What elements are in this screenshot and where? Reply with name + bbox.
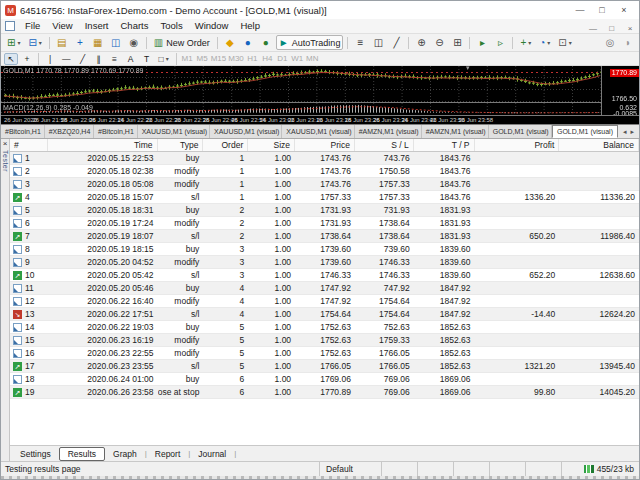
metaeditor-icon[interactable]: ◆ xyxy=(222,35,238,50)
dropdown-arrow-icon[interactable]: ▾ xyxy=(39,39,42,46)
table-row[interactable]: 92020.05.20 04:52modify31.001739.601746.… xyxy=(10,256,639,269)
table-row[interactable]: 12020.05.15 22:53buy11.001743.76743.7618… xyxy=(10,152,639,165)
scroll-right-icon[interactable]: ▸ xyxy=(628,128,636,136)
community-icon[interactable]: ● xyxy=(240,35,256,50)
table-row[interactable]: 162020.06.23 22:55modify51.001752.631766… xyxy=(10,347,639,360)
chart-tab[interactable]: XAUUSD,M1 (visual) xyxy=(138,125,210,138)
table-row[interactable]: 32020.05.18 05:08modify11.001743.761757.… xyxy=(10,178,639,191)
fibonacci-icon[interactable]: ≡ xyxy=(108,53,122,65)
text-label-icon[interactable]: T xyxy=(140,53,154,65)
vertical-line-icon[interactable]: | xyxy=(43,53,57,65)
cursor-icon[interactable]: ↖ xyxy=(4,53,18,65)
child-close-button[interactable]: × xyxy=(623,24,637,33)
table-row[interactable]: 142020.06.22 19:03buy51.001752.63752.631… xyxy=(10,321,639,334)
table-row[interactable]: ↗72020.05.19 18:07s/l21.001738.641738.64… xyxy=(10,230,639,243)
menu-charts[interactable]: Charts xyxy=(115,19,155,33)
text-icon[interactable]: A xyxy=(124,53,138,65)
cell-size: 1.00 xyxy=(248,373,295,385)
candlestick-icon[interactable]: ◫ xyxy=(370,35,386,50)
title-bar[interactable]: M 64516756: InstaForex-1Demo.com - Demo … xyxy=(1,1,639,19)
dropdown-arrow-icon[interactable]: ▾ xyxy=(528,39,531,46)
menu-file[interactable]: File xyxy=(19,19,46,33)
trendline-icon[interactable]: ╱ xyxy=(76,53,90,65)
table-row[interactable]: 52020.05.18 18:31buy21.001731.93731.9318… xyxy=(10,204,639,217)
dropdown-arrow-icon[interactable]: ▾ xyxy=(569,39,572,46)
table-row[interactable]: 122020.06.22 16:40modify41.001747.921754… xyxy=(10,295,639,308)
table-row[interactable]: ↗172020.06.23 23:55s/l51.001766.051766.0… xyxy=(10,360,639,373)
equidistant-channel-icon[interactable]: ∥ xyxy=(92,53,106,65)
tab-graph[interactable]: Graph xyxy=(105,448,145,460)
periods-icon[interactable]: ◔▾ xyxy=(536,35,553,50)
menu-insert[interactable]: Insert xyxy=(79,19,115,33)
dropdown-arrow-icon[interactable]: ▾ xyxy=(547,39,550,46)
dropdown-arrow-icon[interactable]: ▾ xyxy=(17,39,20,46)
navigator-icon[interactable]: ▦ xyxy=(90,35,106,50)
chart-tab[interactable]: #AMZN,M1 (visual) xyxy=(422,125,489,138)
table-row[interactable]: 22020.05.18 02:38modify11.001743.761750.… xyxy=(10,165,639,178)
tile-windows-icon[interactable]: ⊞ xyxy=(449,35,465,50)
bar-chart-icon[interactable]: ≡ xyxy=(352,35,368,50)
profiles-icon[interactable]: ⊟▾ xyxy=(25,35,44,50)
horizontal-line-icon[interactable]: — xyxy=(59,53,74,65)
chart-tab[interactable]: GOLD,M1 (visual) xyxy=(489,125,552,138)
tab-results[interactable]: Results xyxy=(59,447,105,461)
strategy-tester-icon[interactable]: ◉ xyxy=(126,35,142,50)
table-row[interactable]: 152020.06.23 16:19modify51.001752.631759… xyxy=(10,334,639,347)
table-row[interactable]: 82020.05.19 18:15buy31.001739.60739.6018… xyxy=(10,243,639,256)
status-profile[interactable]: Default xyxy=(319,462,381,476)
tab-journal[interactable]: Journal xyxy=(190,448,234,460)
auto-scroll-icon[interactable]: ▸ xyxy=(474,35,490,50)
time-axis[interactable]: 26 Jun 202026 Jun 21:5826 Jun 22:0626 Ju… xyxy=(1,116,639,125)
indicators-icon[interactable]: +▾ xyxy=(517,35,534,50)
scroll-left-icon[interactable]: ◂ xyxy=(621,128,629,136)
line-chart-icon[interactable]: ╱ xyxy=(388,35,404,50)
tester-close-icon[interactable]: × xyxy=(3,139,8,148)
table-row[interactable]: 62020.05.19 17:24modify21.001731.931738.… xyxy=(10,217,639,230)
menu-help[interactable]: Help xyxy=(234,19,266,33)
search-icon[interactable]: ◎ xyxy=(602,35,618,50)
tab-report[interactable]: Report xyxy=(147,448,189,460)
new-order-button[interactable]: ▥New Order xyxy=(151,35,213,50)
table-row[interactable]: ↗102020.05.20 05:42s/l31.001746.331746.3… xyxy=(10,269,639,282)
cell-type: s/l xyxy=(158,230,204,242)
table-row[interactable]: 182020.06.24 01:00buy61.001769.06769.061… xyxy=(10,373,639,386)
table-row[interactable]: 112020.05.20 05:46buy41.001747.92747.921… xyxy=(10,282,639,295)
crosshair-icon[interactable]: + xyxy=(20,53,34,65)
news-icon[interactable]: ● xyxy=(258,35,274,50)
terminal-icon[interactable]: ◫ xyxy=(108,35,124,50)
chart-tab[interactable]: XAUUSD,M1 (visual) xyxy=(282,125,354,138)
chart-tab[interactable]: #Bitcoin,H1 xyxy=(94,125,138,138)
chat-icon[interactable]: ◗ xyxy=(620,35,636,50)
templates-icon[interactable]: ⊡▾ xyxy=(555,35,574,50)
cell-time: 2020.05.15 22:53 xyxy=(48,152,158,164)
tab-settings[interactable]: Settings xyxy=(12,448,59,460)
chart-shift-icon[interactable]: ▹ xyxy=(492,35,508,50)
chart-tab[interactable]: #XBZQ20,H4 xyxy=(45,125,94,138)
table-row[interactable]: ↘132020.06.22 17:51s/l41.001754.641754.6… xyxy=(10,308,639,321)
data-window-icon[interactable]: + xyxy=(72,35,88,50)
cell-time: 2020.06.23 22:55 xyxy=(48,347,158,359)
chart-tab[interactable]: #Bitcoin,H1 xyxy=(1,125,45,138)
zoom-out-icon[interactable]: ⊖ xyxy=(431,35,447,50)
dropdown-arrow-icon[interactable]: ▾ xyxy=(166,55,169,62)
status-segment xyxy=(525,462,561,476)
table-row[interactable]: ↗42020.05.18 15:07s/l11.001757.331757.33… xyxy=(10,191,639,204)
shapes-icon[interactable]: □▾ xyxy=(156,53,172,65)
chart-tab[interactable]: GOLD,M1 (visual) xyxy=(552,125,618,138)
menu-view[interactable]: View xyxy=(46,19,78,33)
chart-tab[interactable]: #AMZN,M1 (visual) xyxy=(355,125,422,138)
cell-type: modify xyxy=(158,256,204,268)
market-watch-icon[interactable]: ▤ xyxy=(54,35,70,50)
chart-tab[interactable]: XAUUSD,M1 (visual) xyxy=(210,125,282,138)
menu-window[interactable]: Window xyxy=(189,19,235,33)
price-axis[interactable]: 1770.89 1766.50 0.632 -0.0085 xyxy=(601,66,639,115)
menu-tools[interactable]: Tools xyxy=(154,19,188,33)
navigator-icon: ▦ xyxy=(93,37,102,48)
table-row[interactable]: ↗192020.06.26 23:58close at stop61.00177… xyxy=(10,386,639,399)
new-chart-icon[interactable]: ⊞▾ xyxy=(4,35,23,50)
child-minimize-button[interactable]: — xyxy=(586,24,600,33)
chart-area[interactable]: ▾ GOLD,M1 1770.78 1770.89 1770.69 1770.8… xyxy=(1,66,639,125)
zoom-in-icon[interactable]: ⊕ xyxy=(413,35,429,50)
child-restore-button[interactable]: □ xyxy=(605,24,619,33)
autotrading-button[interactable]: ►AutoTrading xyxy=(276,35,344,50)
